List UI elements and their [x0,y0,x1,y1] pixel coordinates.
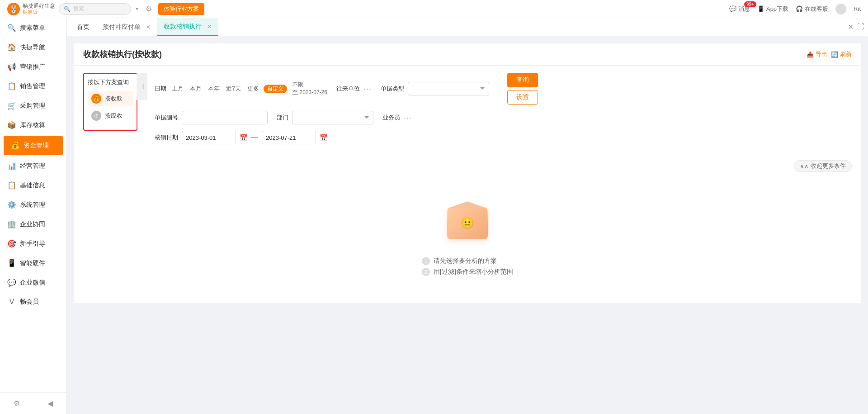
filter-staff: 业务员 ··· [382,113,412,123]
search-icon: 🔍 [7,24,16,32]
calendar-start-icon[interactable]: 📅 [240,134,247,141]
gear-icon[interactable]: ⚙ [143,3,155,15]
sidebar-item-purchase[interactable]: 🛒 采购管理 [0,96,66,115]
message-badge: 99+ [744,1,756,7]
topbar: 🐰 畅捷通好生意 标准版 🔍 搜索... ▼ ⚙ 体验行业方案 💬 消息 99+… [0,0,868,18]
main-layout: 🔍 搜索菜单 🏠 快捷导航 📢 营销推广 📋 销售管理 🛒 采购管理 📦 库存核… [0,18,868,414]
verify-date-range: 📅 — 📅 [182,131,327,144]
home-icon: 🏠 [7,43,16,52]
tip-number-2: 2 [422,268,430,276]
filter-dept: 部门 [277,111,373,124]
tab-receivable-offset[interactable]: 收款核销执行 ✕ [157,18,218,36]
tab-close-receivable[interactable]: ✕ [207,24,212,30]
topbar-right: 💬 消息 99+ 📱 App下载 🎧 在线客服 Rit [729,4,861,14]
topbar-left: 🐰 畅捷通好生意 标准版 🔍 搜索... ▼ ⚙ 体验行业方案 [7,3,204,15]
message-button[interactable]: 💬 消息 99+ [729,5,750,13]
receivable-icon: ⏱ [91,111,101,121]
sidebar-item-search[interactable]: 🔍 搜索菜单 [0,18,66,38]
filter-option-by-receipt[interactable]: 💰 按收款 [88,91,133,106]
app-logo: 🐰 畅捷通好生意 标准版 [7,3,55,15]
tab-close-prepay[interactable]: ✕ [146,24,151,30]
sidebar-settings-icon[interactable]: ⚙ [11,396,23,410]
date-prev-month[interactable]: 上月 [170,84,185,94]
chevron-down-icon[interactable]: ▼ [135,6,139,11]
empty-tip-1: 1 请先选择要分析的方案 [422,257,513,265]
empty-tip-2: 2 用[过滤]条件来缩小分析范围 [422,268,513,276]
sidebar-item-enterprise[interactable]: 🏢 企业协同 [0,214,66,234]
system-icon: ⚙️ [7,200,16,209]
solution-button[interactable]: 体验行业方案 [158,3,204,15]
date-this-year[interactable]: 本年 [206,84,222,94]
filter-option-by-receivable[interactable]: ⏱ 按应收 [88,108,133,124]
filter-row-1: 日期 上月 本月 本年 近7天 更多 自定义 [155,73,852,105]
sidebar-item-finance[interactable]: 💰 资金管理 [4,136,63,155]
sidebar-item-basic-info[interactable]: 📋 基础信息 [0,176,66,195]
tab-home[interactable]: 首页 [71,18,96,36]
date-more[interactable]: 更多 [245,84,261,94]
partner-select-icon[interactable]: ··· [363,84,372,94]
purchase-icon: 🛒 [7,101,16,110]
dept-select[interactable] [292,111,373,124]
tab-close-icon[interactable]: ✕ [848,23,854,31]
query-button[interactable]: 查询 [507,73,538,87]
app-download-button[interactable]: 📱 App下载 [757,5,788,13]
sidebar-item-member[interactable]: V 畅会员 [0,292,66,311]
tab-prepay[interactable]: 预付冲应付单 ✕ [96,18,157,36]
collapse-icon: ∧∧ [800,163,809,170]
sidebar-item-quick-nav[interactable]: 🏠 快捷导航 [0,38,66,57]
online-service-button[interactable]: 🎧 在线客服 [796,5,828,13]
verify-date-start[interactable] [182,131,236,144]
calendar-end-icon[interactable]: 📅 [320,134,327,141]
app-icon: 📱 [757,5,764,12]
date-this-month[interactable]: 本月 [188,84,203,94]
page-actions: 📤 导出 🔄 刷新 [807,50,852,58]
verify-date-end[interactable] [262,131,316,144]
export-button[interactable]: 📤 导出 [807,50,827,58]
date-label: 日期 [155,85,166,93]
filter-row-3: 核销日期 📅 — 📅 [155,131,852,144]
sidebar-item-guide[interactable]: 🎯 新手引导 [0,234,66,253]
refresh-button[interactable]: 🔄 刷新 [831,50,852,58]
tip-number-1: 1 [422,257,430,265]
sidebar-item-sales[interactable]: 📋 销售管理 [0,76,66,96]
content-wrapper: 收款核销执行(按收款) 📤 导出 🔄 刷新 [74,43,861,303]
avatar[interactable] [835,4,846,14]
search-bar[interactable]: 🔍 搜索... [59,3,131,15]
sidebar-item-system[interactable]: ⚙️ 系统管理 [0,195,66,214]
doc-no-input[interactable] [182,111,268,124]
tab-bar: 首页 预付冲应付单 ✕ 收款核销执行 ✕ ✕ ⛶ [67,18,868,36]
wechat-icon: 💬 [7,278,16,287]
filter-doc-no: 单据编号 [155,111,268,124]
quick-dates: 上月 本月 本年 近7天 更多 自定义 [170,84,287,94]
service-icon: 🎧 [796,5,803,12]
username: Rit [854,5,861,12]
empty-box: 😐 [447,208,488,239]
export-icon: 📤 [807,51,814,58]
sidebar-item-operations[interactable]: 📊 经营管理 [0,156,66,176]
staff-select-icon[interactable]: ··· [404,113,412,123]
date-7days[interactable]: 近7天 [224,84,243,94]
doc-type-label: 单据类型 [381,85,404,93]
sidebar-item-hardware[interactable]: 📱 智能硬件 [0,253,66,273]
empty-illustration: 😐 [440,203,495,248]
operations-icon: 📊 [7,162,16,170]
settings-button[interactable]: 设置 [507,90,538,105]
sidebar-item-wechat[interactable]: 💬 企业微信 [0,273,66,292]
filter-date: 日期 上月 本月 本年 近7天 更多 自定义 [155,81,327,96]
doc-type-select[interactable] [408,82,489,95]
tab-maximize-icon[interactable]: ⛶ [857,23,864,31]
page-content: 收款核销执行(按收款) 📤 导出 🔄 刷新 [67,36,868,414]
refresh-icon: 🔄 [831,51,838,58]
empty-face: 😐 [461,217,474,229]
filter-collapse-button[interactable]: 《 [137,73,147,100]
logo-text: 畅捷通好生意 标准版 [23,3,55,15]
sidebar-item-marketing[interactable]: 📢 营销推广 [0,57,66,76]
marketing-icon: 📢 [7,62,16,71]
date-custom[interactable]: 自定义 [264,85,287,93]
filter-form: 日期 上月 本月 本年 近7天 更多 自定义 [155,73,852,151]
sidebar-item-inventory[interactable]: 📦 库存核算 [0,115,66,135]
sidebar-collapse-icon[interactable]: ◀ [45,396,56,410]
filter-partner: 往来单位 ··· [336,84,372,94]
filter-verify-date: 核销日期 📅 — 📅 [155,131,327,144]
collapse-more-button[interactable]: ∧∧ 收起更多条件 [794,160,852,172]
